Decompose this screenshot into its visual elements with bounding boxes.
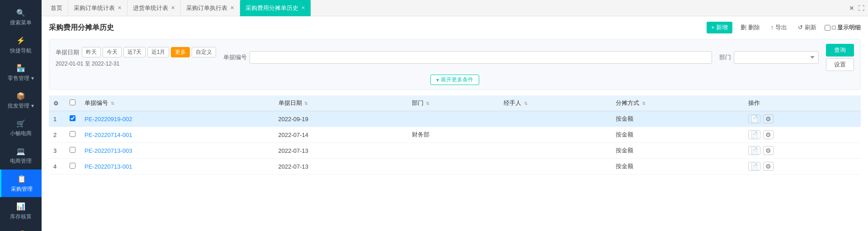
action-view-icon[interactable]: 📄 bbox=[748, 146, 760, 155]
query-button[interactable]: 查询 bbox=[826, 44, 854, 57]
refresh-button[interactable]: ↺ 刷新 bbox=[795, 23, 819, 33]
row-checkbox[interactable] bbox=[70, 163, 75, 169]
row-dept bbox=[407, 111, 500, 127]
row-doc-no[interactable]: PE-20220713-003 bbox=[80, 143, 274, 159]
sidebar-item-purchase[interactable]: 📋采购管理 bbox=[0, 170, 42, 197]
tab-close-purchase-cost-history[interactable]: ✕ bbox=[301, 5, 305, 11]
row-checkbox-cell bbox=[65, 127, 80, 143]
th-doc-no[interactable]: 单据编号 ⇅ bbox=[80, 95, 274, 111]
th-gear[interactable]: ⚙ bbox=[49, 95, 65, 111]
row-num: 4 bbox=[49, 159, 65, 174]
sort-icon-doc-date: ⇅ bbox=[304, 101, 308, 106]
row-checkbox[interactable] bbox=[70, 115, 75, 121]
filter-row-main: 单据日期 昨天 今天 近7天 近1月 更多 自定义 2022-01-01 至 2… bbox=[56, 44, 854, 71]
table-header: ⚙ 单据编号 ⇅ 单据日期 ⇅ 部门 ⇅ 经手人 ⇅ 分摊方式 ⇅ 操作 bbox=[49, 95, 861, 111]
table-header-row: ⚙ 单据编号 ⇅ 单据日期 ⇅ 部门 ⇅ 经手人 ⇅ 分摊方式 ⇅ 操作 bbox=[49, 95, 861, 111]
sort-icon-dept: ⇅ bbox=[426, 101, 429, 106]
row-doc-date: 2022-07-14 bbox=[274, 127, 407, 143]
tab-close-purchase-order-stats[interactable]: ✕ bbox=[118, 5, 122, 11]
wholesale-icon: 📦 bbox=[2, 91, 40, 101]
tab-home[interactable]: 首页 bbox=[45, 0, 68, 16]
expand-more-button[interactable]: ▾ 展开更多条件 bbox=[430, 75, 479, 85]
sidebar-label-search: 搜索菜单 bbox=[10, 19, 32, 26]
sidebar-item-finance[interactable]: 💰资金管理 bbox=[0, 225, 42, 231]
sidebar-item-wholesale[interactable]: 📦批发管理 ▾ bbox=[0, 87, 42, 114]
row-doc-date: 2022-09-19 bbox=[274, 111, 407, 127]
filter-settings-button[interactable]: 设置 bbox=[826, 58, 854, 71]
sidebar: 🔍搜索菜单⚡快捷导航🏪零售管理 ▾📦批发管理 ▾🛒小畅电商💻电商管理📋采购管理📊… bbox=[0, 0, 42, 231]
row-doc-no[interactable]: PE-20220713-001 bbox=[80, 159, 274, 174]
purchase-icon: 📋 bbox=[3, 174, 40, 184]
row-split-method: 按金额 bbox=[611, 143, 743, 159]
row-handler bbox=[499, 159, 611, 174]
row-doc-no[interactable]: PE-20220919-002 bbox=[80, 111, 274, 127]
export-button[interactable]: ↑ 导出 bbox=[768, 23, 790, 33]
sidebar-item-quick-nav[interactable]: ⚡快捷导航 bbox=[0, 31, 42, 59]
row-split-method: 按金额 bbox=[611, 111, 743, 127]
th-handler[interactable]: 经手人 ⇅ bbox=[499, 95, 611, 111]
th-split-method[interactable]: 分摊方式 ⇅ bbox=[611, 95, 743, 111]
sidebar-label-retail: 零售管理 ▾ bbox=[8, 75, 33, 81]
tab-close-purchase-order-exec[interactable]: ✕ bbox=[230, 5, 234, 11]
action-view-icon[interactable]: 📄 bbox=[748, 162, 760, 171]
action-more-icon[interactable]: ⚙ bbox=[763, 114, 774, 123]
table-body: 1 PE-20220919-002 2022-09-19 按金额 📄 ⚙ 2 P… bbox=[49, 111, 861, 174]
tab-close-inbound-stats[interactable]: ✕ bbox=[171, 5, 175, 11]
table-row: 3 PE-20220713-003 2022-07-13 按金额 📄 ⚙ bbox=[49, 143, 861, 159]
chevron-down-icon: ▾ bbox=[436, 77, 439, 83]
sidebar-item-mini-shop[interactable]: 🛒小畅电商 bbox=[0, 114, 42, 142]
row-num: 2 bbox=[49, 127, 65, 143]
date-btn-today[interactable]: 今天 bbox=[103, 47, 122, 57]
delete-button[interactable]: 删 删除 bbox=[738, 23, 763, 33]
row-dept: 财务部 bbox=[407, 127, 500, 143]
quick-nav-icon: ⚡ bbox=[2, 36, 40, 46]
tab-bar: 首页采购订单统计表✕进货单统计表✕采购订单执行表✕采购费用分摊单历史✕ ✕ ⛶ bbox=[42, 0, 868, 16]
date-btn-more[interactable]: 更多 bbox=[171, 47, 190, 57]
tab-inbound-stats[interactable]: 进货单统计表✕ bbox=[127, 0, 181, 16]
sidebar-item-retail[interactable]: 🏪零售管理 ▾ bbox=[0, 59, 42, 86]
date-btn-7days[interactable]: 近7天 bbox=[123, 47, 146, 57]
date-btn-1month[interactable]: 近1月 bbox=[147, 47, 170, 57]
expand-more-label: 展开更多条件 bbox=[441, 76, 473, 84]
tab-purchase-order-stats[interactable]: 采购订单统计表✕ bbox=[68, 0, 127, 16]
tab-label-purchase-cost-history: 采购费用分摊单历史 bbox=[245, 4, 298, 12]
row-dept bbox=[407, 159, 500, 174]
select-all-checkbox[interactable] bbox=[70, 99, 75, 105]
sidebar-item-inventory[interactable]: 📊库存核算 bbox=[0, 197, 42, 225]
row-actions: 📄 ⚙ bbox=[744, 127, 861, 143]
action-more-icon[interactable]: ⚙ bbox=[763, 146, 774, 155]
sort-icon-doc-no: ⇅ bbox=[111, 101, 114, 106]
action-more-icon[interactable]: ⚙ bbox=[763, 130, 774, 139]
show-detail-checkbox[interactable] bbox=[825, 25, 830, 31]
sidebar-item-ecom[interactable]: 💻电商管理 bbox=[0, 142, 42, 170]
action-more-icon[interactable]: ⚙ bbox=[763, 162, 774, 171]
row-handler bbox=[499, 143, 611, 159]
row-doc-no[interactable]: PE-20220714-001 bbox=[80, 127, 274, 143]
dept-select[interactable]: 财务部 bbox=[734, 51, 819, 64]
action-view-icon[interactable]: 📄 bbox=[748, 114, 760, 123]
close-window-icon[interactable]: ✕ bbox=[849, 5, 854, 12]
doc-no-input[interactable] bbox=[250, 51, 712, 64]
th-doc-date[interactable]: 单据日期 ⇅ bbox=[274, 95, 407, 111]
th-dept[interactable]: 部门 ⇅ bbox=[407, 95, 500, 111]
search-icon: 🔍 bbox=[2, 8, 40, 18]
row-checkbox[interactable] bbox=[70, 131, 75, 137]
sidebar-label-mini-shop: 小畅电商 bbox=[10, 130, 32, 137]
sidebar-label-inventory: 库存核算 bbox=[10, 213, 32, 220]
tab-actions: ✕ ⛶ bbox=[849, 5, 864, 12]
sort-icon-handler: ⇅ bbox=[524, 101, 528, 106]
date-btn-yesterday[interactable]: 昨天 bbox=[82, 47, 101, 57]
action-view-icon[interactable]: 📄 bbox=[748, 130, 760, 139]
maximize-icon[interactable]: ⛶ bbox=[858, 5, 864, 12]
row-checkbox[interactable] bbox=[70, 147, 75, 153]
tab-purchase-cost-history[interactable]: 采购费用分摊单历史✕ bbox=[240, 0, 311, 16]
tab-purchase-order-exec[interactable]: 采购订单执行表✕ bbox=[181, 0, 240, 16]
table-row: 2 PE-20220714-001 2022-07-14 财务部 按金额 📄 ⚙ bbox=[49, 127, 861, 143]
sidebar-item-search[interactable]: 🔍搜索菜单 bbox=[0, 4, 42, 31]
date-btn-custom[interactable]: 自定义 bbox=[192, 47, 216, 57]
sidebar-label-purchase: 采购管理 bbox=[11, 186, 33, 192]
row-checkbox-cell bbox=[65, 111, 80, 127]
row-checkbox-cell bbox=[65, 159, 80, 174]
add-button[interactable]: + 新增 bbox=[707, 22, 732, 33]
table-row: 4 PE-20220713-001 2022-07-13 按金额 📄 ⚙ bbox=[49, 159, 861, 174]
